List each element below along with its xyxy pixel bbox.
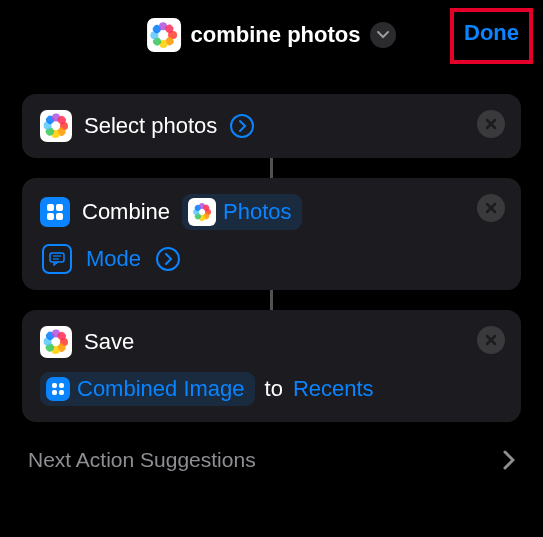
mode-label[interactable]: Mode — [86, 246, 141, 272]
header: combine photos Done — [0, 0, 543, 70]
destination-link[interactable]: Recents — [293, 376, 374, 402]
remove-action-button[interactable] — [477, 326, 505, 354]
action-save[interactable]: Save Combined Image to Recents — [22, 310, 521, 422]
done-button[interactable]: Done — [464, 20, 519, 46]
svg-point-4 — [157, 248, 179, 270]
token-label: Combined Image — [77, 376, 245, 402]
remove-action-button[interactable] — [477, 110, 505, 138]
photos-app-icon — [147, 18, 181, 52]
combine-icon — [46, 377, 70, 401]
action-select-photos[interactable]: Select photos — [22, 94, 521, 158]
shortcut-title: combine photos — [191, 22, 361, 48]
done-highlight-box: Done — [450, 8, 533, 64]
variable-token-photos[interactable]: Photos — [182, 194, 302, 230]
close-icon — [485, 334, 497, 346]
connector-line — [270, 290, 273, 310]
disclosure-icon[interactable] — [155, 246, 181, 272]
join-text: to — [265, 376, 283, 402]
svg-point-0 — [231, 115, 253, 137]
photos-app-icon — [188, 198, 216, 226]
close-icon — [485, 202, 497, 214]
action-title: Save — [84, 329, 134, 355]
svg-rect-1 — [50, 253, 64, 262]
close-icon — [485, 118, 497, 130]
mode-icon — [42, 244, 72, 274]
shortcut-title-group[interactable]: combine photos — [147, 18, 397, 52]
workflow-canvas: Select photos Combine — [0, 70, 543, 422]
next-action-suggestions[interactable]: Next Action Suggestions — [0, 422, 543, 472]
action-combine[interactable]: Combine Photos — [22, 178, 521, 290]
photos-app-icon — [40, 326, 72, 358]
disclosure-icon[interactable] — [229, 113, 255, 139]
photos-app-icon — [40, 110, 72, 142]
combine-icon — [40, 197, 70, 227]
token-label: Photos — [223, 199, 292, 225]
connector-line — [270, 158, 273, 178]
suggestions-label: Next Action Suggestions — [28, 448, 256, 472]
chevron-right-icon — [503, 450, 515, 470]
remove-action-button[interactable] — [477, 194, 505, 222]
title-menu-button[interactable] — [370, 22, 396, 48]
action-title: Combine — [82, 199, 170, 225]
chevron-down-icon — [377, 31, 389, 39]
variable-token-combined-image[interactable]: Combined Image — [40, 372, 255, 406]
action-title: Select photos — [84, 113, 217, 139]
